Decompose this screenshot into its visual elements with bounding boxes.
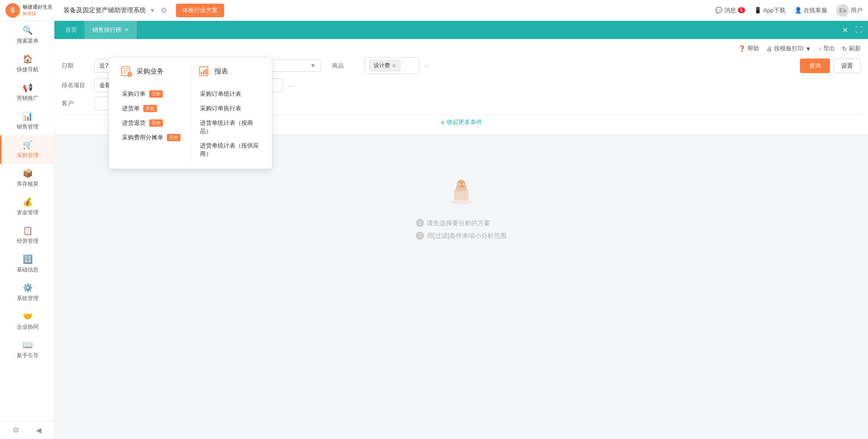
home-icon: 🏠 (23, 54, 33, 64)
app-download-action[interactable]: 📱 App下载 (754, 6, 785, 15)
template-print-button[interactable]: 🖨 按模板打印 ▼ (766, 44, 811, 53)
tab-close-icon[interactable]: ✕ (124, 27, 129, 33)
message-action[interactable]: 💬 消息 5 (715, 6, 745, 15)
svg-rect-16 (201, 72, 202, 74)
content-area: 首页 销售排行榜 ✕ ✕ ⛶ ❓ 帮助 (54, 21, 868, 439)
message-badge: 5 (738, 7, 745, 13)
message-label: 消息 (724, 6, 736, 15)
phone-icon: 📱 (754, 7, 761, 14)
menu-item-return[interactable]: 进货退货 历史 (120, 116, 187, 130)
return-label: 进货退货 (122, 119, 146, 127)
tab-home-label: 首页 (65, 26, 77, 34)
refresh-icon: ↻ (842, 45, 847, 52)
svg-point-5 (458, 183, 460, 184)
collapse-label: 收起更多条件 (447, 118, 482, 126)
user-action[interactable]: Ea 用户 (836, 4, 863, 17)
menu-item-expense[interactable]: 采购费用分摊单 历史 (120, 130, 187, 145)
sidebar-item-search[interactable]: 🔍 搜索菜单 (0, 21, 54, 49)
purchase-icon: 🛒 (23, 140, 33, 150)
logo-icon: 6 (5, 3, 20, 18)
refresh-button[interactable]: ↻ 刷新 (842, 44, 861, 53)
online-service-action[interactable]: 👤 在线客服 (795, 6, 827, 15)
status-arrow: ▼ (310, 62, 316, 69)
goods-tag-close[interactable]: ✕ (392, 63, 396, 69)
collapse-sidebar-icon[interactable]: ◀ (36, 426, 41, 434)
sidebar-item-label: 资金管理 (17, 209, 39, 217)
svg-rect-17 (203, 70, 205, 74)
report-1-label: 采购订单统计表 (200, 90, 241, 98)
marketing-icon: 📢 (23, 83, 33, 93)
col-reports-title: 报表 (215, 67, 228, 76)
sidebar-item-label: 快捷导航 (17, 66, 39, 74)
guide-icon: 📖 (23, 340, 33, 350)
sidebar-item-guide[interactable]: 📖 新手引导 (0, 335, 54, 364)
online-service-label: 在线客服 (804, 6, 827, 15)
goods-input[interactable]: 设计费 ✕ (365, 57, 419, 74)
system-settings-icon[interactable]: ⚙ (161, 6, 167, 15)
purchase-dropdown-menu: 采购业务 采购订单 历史 进货单 历史 进货退货 历史 (109, 57, 272, 169)
hist-badge-0: 历史 (149, 90, 163, 98)
logo-text: 畅捷通好生意 (23, 4, 53, 10)
settings-bottom-icon[interactable]: ⚙ (13, 426, 19, 434)
help-button[interactable]: ❓ 帮助 (738, 44, 759, 53)
sidebar-item-basic[interactable]: 🔢 基础信息 (0, 250, 54, 278)
industry-button[interactable]: 体验行业方案 (176, 4, 224, 17)
sidebar-item-marketing[interactable]: 📢 营销推广 (0, 78, 54, 107)
search-icon: 🔍 (23, 25, 33, 35)
settings-button[interactable]: 设置 (834, 59, 861, 73)
goods-more[interactable]: ··· (424, 62, 429, 69)
hist-badge-2: 历史 (149, 119, 163, 127)
system-title: 装备及固定资产辅助管理系统 (63, 6, 146, 15)
tab-bar: 首页 销售排行榜 ✕ ✕ ⛶ (54, 21, 868, 39)
sidebar-item-system[interactable]: ⚙️ 系统管理 (0, 278, 54, 307)
query-button[interactable]: 查询 (800, 59, 830, 73)
menu-item-report-4[interactable]: 进货单统计表（按供应商） (198, 138, 261, 161)
empty-illustration (443, 171, 479, 207)
tab-sales-rank[interactable]: 销售排行榜 ✕ (85, 21, 137, 39)
dropdown-columns: 采购业务 采购订单 历史 进货单 历史 进货退货 历史 (117, 65, 264, 161)
system-title-dropdown[interactable]: ▼ (150, 7, 155, 14)
sidebar-bottom: ⚙ ◀ (0, 421, 54, 439)
sidebar-item-purchase[interactable]: 🛒 采购管理 (0, 135, 54, 164)
print-icon: 🖨 (766, 45, 772, 52)
sidebar-item-cooperation[interactable]: 🤝 企业协同 (0, 307, 54, 335)
sidebar-item-label: 基础信息 (17, 266, 39, 274)
app-download-label: App下载 (763, 6, 785, 15)
sidebar-item-operation[interactable]: 📋 经营管理 (0, 221, 54, 250)
goods-label: 商品 (332, 62, 359, 70)
tab-home[interactable]: 首页 (58, 21, 85, 39)
tab-expand-action[interactable]: ⛶ (853, 24, 864, 36)
export-button[interactable]: ↑ 导出 (819, 44, 835, 53)
hist-badge-3: 历史 (167, 134, 180, 141)
tab-close-action[interactable]: ✕ (840, 24, 850, 36)
dropdown-col-purchase: 采购业务 采购订单 历史 进货单 历史 进货退货 历史 (117, 65, 190, 161)
sidebar-item-label: 企业协同 (17, 323, 39, 331)
sidebar-item-quick-nav[interactable]: 🏠 快捷导航 (0, 49, 54, 78)
inventory-icon: 📦 (23, 168, 33, 178)
menu-item-report-1[interactable]: 采购订单统计表 (198, 87, 261, 101)
sales-icon: 📊 (23, 111, 33, 121)
sidebar-item-label: 营销推广 (17, 94, 39, 102)
menu-item-inbound[interactable]: 进货单 历史 (120, 101, 187, 116)
report-4-label: 进货单统计表（按供应商） (200, 142, 259, 158)
print-dropdown-icon[interactable]: ▼ (805, 45, 811, 52)
sidebar-item-inventory[interactable]: 📦 库存核算 (0, 164, 54, 192)
basic-icon: 🔢 (23, 254, 33, 264)
menu-item-report-2[interactable]: 采购订单执行表 (198, 101, 261, 116)
avatar: Ea (836, 4, 849, 17)
header-right: 💬 消息 5 📱 App下载 👤 在线客服 Ea 用户 (715, 4, 863, 17)
menu-item-report-3[interactable]: 进货单统计表（按商品） (198, 116, 261, 138)
sidebar-item-sales[interactable]: 📊 销售管理 (0, 107, 54, 135)
col-reports-header: 报表 (198, 65, 261, 81)
salesman-more[interactable]: ··· (288, 82, 293, 89)
rank-label: 排名项目 (62, 81, 89, 89)
hist-badge-1: 历史 (143, 105, 157, 112)
sidebar-item-label: 搜索菜单 (17, 37, 39, 45)
system-icon: ⚙️ (23, 283, 33, 293)
sidebar-item-capital[interactable]: 💰 资金管理 (0, 192, 54, 221)
sidebar-item-label: 库存核算 (17, 180, 39, 188)
menu-item-purchase-order[interactable]: 采购订单 历史 (120, 87, 187, 101)
export-icon: ↑ (819, 45, 822, 52)
date-label: 日期 (62, 62, 89, 70)
operation-icon: 📋 (23, 226, 33, 236)
